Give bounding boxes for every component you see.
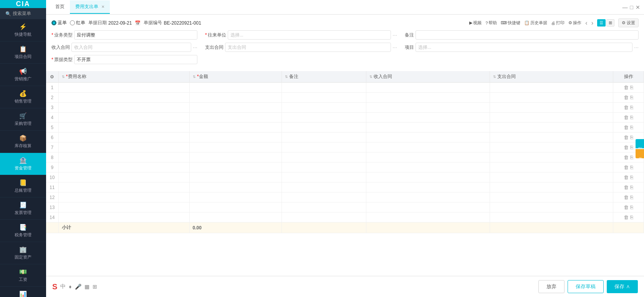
cell-remark[interactable] [281, 163, 366, 173]
delete-icon[interactable]: 🗑 [624, 174, 629, 180]
delete-icon[interactable]: 🗑 [624, 184, 629, 190]
delete-icon[interactable]: 🗑 [624, 105, 629, 110]
tab-home[interactable]: 首页 [50, 0, 70, 14]
copy-icon[interactable]: ⎘ [630, 95, 633, 100]
cell-remark[interactable] [281, 103, 366, 113]
cell-remark[interactable] [281, 192, 366, 202]
th-expense-name[interactable]: ⇅ *费用名称 [58, 71, 189, 83]
cell-remark[interactable] [281, 173, 366, 183]
cell-expense-contract[interactable] [490, 192, 613, 202]
delete-icon[interactable]: 🗑 [624, 194, 629, 200]
cell-amount[interactable] [189, 153, 281, 163]
cell-remark[interactable] [281, 93, 366, 103]
cell-expense-contract[interactable] [490, 93, 613, 103]
nav-next-btn[interactable]: › [591, 20, 593, 27]
copy-icon[interactable]: ⎘ [630, 144, 633, 150]
copy-icon[interactable]: ⎘ [630, 204, 633, 210]
delete-icon[interactable]: 🗑 [624, 214, 629, 220]
operation-btn[interactable]: ⚙ 操作 [568, 20, 581, 26]
copy-icon[interactable]: ⎘ [630, 154, 633, 160]
delete-icon[interactable]: 🗑 [624, 114, 629, 120]
copy-icon[interactable]: ⎘ [630, 194, 633, 200]
cell-income-contract[interactable] [366, 143, 490, 153]
copy-icon[interactable]: ⎘ [630, 184, 633, 190]
th-gear[interactable]: ⚙ [46, 71, 58, 83]
window-maximize[interactable]: □ [630, 4, 633, 10]
cell-remark[interactable] [281, 83, 366, 93]
cell-expense-contract[interactable] [490, 183, 613, 192]
cell-remark[interactable] [281, 212, 366, 222]
cell-amount[interactable] [189, 113, 281, 123]
cell-remark[interactable] [281, 202, 366, 212]
copy-icon[interactable]: ⎘ [630, 105, 633, 110]
cell-expense-contract[interactable] [490, 143, 613, 153]
view-grid-btn[interactable]: ⊞ [606, 19, 614, 27]
cell-amount[interactable] [189, 163, 281, 173]
right-float-attach-btn[interactable]: 附 [636, 139, 644, 148]
copy-icon[interactable]: ⎘ [630, 164, 633, 170]
cell-expense-name[interactable] [58, 163, 189, 173]
sidebar-item-tax[interactable]: 📑 税务管理 [0, 220, 46, 242]
save-draft-button[interactable]: 保存草稿 [568, 280, 604, 293]
cell-income-contract[interactable] [366, 163, 490, 173]
cell-remark[interactable] [281, 123, 366, 133]
discard-button[interactable]: 放弃 [538, 280, 565, 293]
brand-icon-mic[interactable]: 🎤 [75, 284, 81, 290]
cell-income-contract[interactable] [366, 183, 490, 192]
sidebar-item-inventory[interactable]: 📦 库存核算 [0, 131, 46, 153]
window-close[interactable]: ✕ [636, 4, 640, 10]
cell-income-contract[interactable] [366, 212, 490, 222]
cell-expense-name[interactable] [58, 153, 189, 163]
sidebar-item-business[interactable]: 📊 经营管理 [0, 287, 46, 297]
blue-radio[interactable] [51, 20, 56, 25]
save-button[interactable]: 保存 ∧ [607, 280, 638, 293]
shortcut-btn[interactable]: ⌨ 快捷键 [501, 20, 520, 26]
right-float-files-btn[interactable]: 件 [636, 149, 644, 158]
nav-prev-btn[interactable]: ‹ [585, 20, 587, 27]
cell-expense-name[interactable] [58, 212, 189, 222]
cell-income-contract[interactable] [366, 202, 490, 212]
copy-icon[interactable]: ⎘ [630, 214, 633, 220]
cell-expense-contract[interactable] [490, 153, 613, 163]
cell-remark[interactable] [281, 113, 366, 123]
th-expense-contract[interactable]: ⇅ 支出合同 [490, 71, 613, 83]
cell-amount[interactable] [189, 143, 281, 153]
cell-amount[interactable] [189, 133, 281, 143]
sidebar-item-purchase[interactable]: 🛒 采购管理 [0, 108, 46, 131]
cell-remark[interactable] [281, 133, 366, 143]
cell-expense-contract[interactable] [490, 163, 613, 173]
sidebar-search[interactable]: 🔍 搜索菜单 [0, 8, 46, 19]
brand-icon-zh[interactable]: 中 [60, 283, 66, 290]
cell-income-contract[interactable] [366, 103, 490, 113]
cell-expense-contract[interactable] [490, 173, 613, 183]
set-button[interactable]: ⚙ 设置 [618, 18, 639, 27]
remark-input[interactable] [416, 30, 639, 40]
sidebar-item-salary[interactable]: 💵 工资 [0, 264, 46, 287]
counterparty-dots[interactable]: ··· [392, 32, 397, 38]
sidebar-item-marketing[interactable]: 📢 营销推广 [0, 64, 46, 86]
brand-icon-grid1[interactable]: ▦ [84, 284, 89, 290]
cell-expense-contract[interactable] [490, 202, 613, 212]
sidebar-item-sales[interactable]: 💰 销售管理 [0, 86, 46, 108]
sidebar-item-capital[interactable]: 🏦 资金管理 [0, 153, 46, 175]
cell-remark[interactable] [281, 183, 366, 192]
tab-expense[interactable]: 费用支出单 ✕ [70, 0, 110, 14]
income-contract-dots[interactable]: ··· [193, 44, 197, 50]
cell-amount[interactable] [189, 173, 281, 183]
tab-close-icon[interactable]: ✕ [101, 5, 104, 9]
cell-expense-name[interactable] [58, 183, 189, 192]
delete-icon[interactable]: 🗑 [624, 85, 629, 90]
cell-expense-name[interactable] [58, 133, 189, 143]
business-type-select[interactable]: 应付调整 [74, 30, 197, 40]
delete-icon[interactable]: 🗑 [624, 164, 629, 170]
income-contract-input[interactable] [71, 43, 191, 52]
delete-icon[interactable]: 🗑 [624, 134, 629, 140]
sidebar-item-fixed-assets[interactable]: 🏢 固定资产 [0, 242, 46, 264]
cell-expense-contract[interactable] [490, 113, 613, 123]
cell-amount[interactable] [189, 103, 281, 113]
cell-expense-name[interactable] [58, 192, 189, 202]
history-btn[interactable]: 📋 历史单据 [524, 20, 547, 26]
cell-income-contract[interactable] [366, 173, 490, 183]
cell-amount[interactable] [189, 83, 281, 93]
cell-amount[interactable] [189, 93, 281, 103]
